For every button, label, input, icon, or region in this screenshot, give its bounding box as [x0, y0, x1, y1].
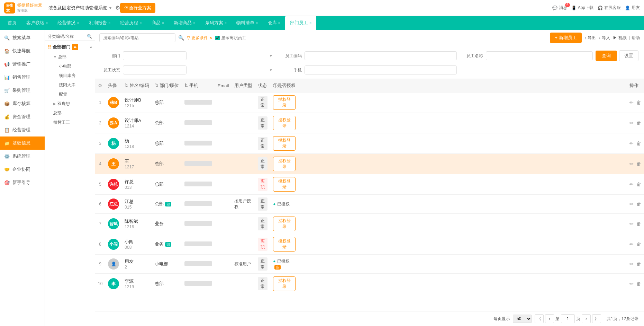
app-download-item[interactable]: 📱 App下载	[571, 5, 593, 11]
filter-empcode-input[interactable]	[305, 51, 457, 60]
close-icon[interactable]: ×	[309, 21, 311, 25]
sidebar-item-basic[interactable]: 📁 基础信息	[0, 136, 45, 150]
close-icon[interactable]: ×	[193, 21, 195, 25]
page-size-select[interactable]: 50 20 100	[513, 315, 532, 323]
sidebar-item-quicknav[interactable]: 🏠 快捷导航	[0, 44, 45, 58]
dept-search-input[interactable]	[48, 34, 87, 39]
import-button[interactable]: ↓ 导入	[599, 35, 610, 41]
first-page-btn[interactable]: 《	[535, 314, 544, 323]
edit-icon[interactable]: ✏	[629, 141, 634, 146]
dept-node-shenyang[interactable]: 沈阳大库	[53, 80, 95, 90]
tab-bom[interactable]: 物料清单 ×	[232, 16, 263, 30]
arrow-down-icon[interactable]: ▼	[108, 6, 112, 10]
page-input[interactable]	[561, 314, 575, 323]
dept-search-icon[interactable]: 🔍	[87, 34, 92, 39]
delete-icon[interactable]: 🗑	[636, 281, 641, 287]
set-button[interactable]: 设置	[619, 50, 638, 61]
tab-profit[interactable]: 利润报告 ×	[84, 16, 115, 30]
filter-empname-input[interactable]	[486, 51, 593, 60]
tab-new-goods[interactable]: 新增商品 ×	[169, 16, 200, 30]
delete-icon[interactable]: 🗑	[636, 161, 641, 167]
tab-home[interactable]: 首页	[3, 16, 21, 30]
edit-icon[interactable]: ✏	[629, 221, 634, 227]
tab-employee[interactable]: 部门员工 ×	[285, 16, 316, 30]
auth-login-button[interactable]: 授权登录	[273, 217, 296, 231]
last-page-btn[interactable]: 》	[592, 314, 601, 323]
collapse-icon[interactable]: «	[90, 45, 92, 49]
delete-icon[interactable]: 🗑	[636, 120, 641, 126]
dept-node-zhishu[interactable]: 植树王三	[48, 118, 95, 127]
col-dept[interactable]: ⇅ 部门/职位	[152, 79, 182, 92]
dept-node-project[interactable]: 项目库房	[53, 71, 95, 80]
delete-icon[interactable]: 🗑	[636, 221, 641, 227]
col-phone[interactable]: ⇅ 手机	[182, 79, 215, 92]
edit-icon[interactable]: ✏	[629, 100, 634, 105]
sidebar-item-marketing[interactable]: 📢 营销推广	[0, 58, 45, 71]
close-icon[interactable]: ×	[225, 21, 227, 25]
auth-login-button[interactable]: 授权登录	[273, 157, 296, 171]
view-button[interactable]: ▶ 视频	[613, 35, 626, 41]
close-icon[interactable]: ×	[162, 21, 164, 25]
filter-button[interactable]: ▽ 更多条件 ∧	[187, 35, 212, 41]
dept-node-peihuo[interactable]: 配货	[53, 90, 95, 99]
edit-icon[interactable]: ✏	[629, 261, 634, 267]
edit-icon[interactable]: ✏	[629, 241, 634, 247]
search-input[interactable]	[99, 33, 175, 42]
delete-icon[interactable]: 🗑	[636, 241, 641, 247]
edit-icon[interactable]: ✏	[629, 201, 634, 207]
sidebar-item-system[interactable]: ⚙️ 系统管理	[0, 150, 45, 163]
delete-icon[interactable]: 🗑	[636, 141, 641, 146]
auth-login-button[interactable]: 授权登录	[273, 95, 296, 110]
auth-login-button[interactable]: 授权登录	[273, 276, 296, 291]
close-icon[interactable]: ×	[46, 21, 48, 25]
show-departed-checkbox[interactable]	[215, 36, 220, 40]
tab-barcode[interactable]: 条码方案 ×	[200, 16, 232, 30]
sidebar-item-finance[interactable]: 💰 资金管理	[0, 110, 45, 123]
col-settings[interactable]: ⚙	[95, 79, 105, 92]
delete-icon[interactable]: 🗑	[636, 182, 641, 187]
sidebar-item-inventory[interactable]: 📦 库存核算	[0, 97, 45, 110]
tab-warehouse[interactable]: 仓库 ×	[263, 16, 285, 30]
user-avatar-item[interactable]: 👤 用友	[625, 5, 640, 11]
add-employee-button[interactable]: + 新增员工	[550, 33, 581, 43]
edit-icon[interactable]: ✏	[629, 182, 634, 187]
sidebar-item-guide[interactable]: 🎯 新手引导	[0, 176, 45, 189]
col-name[interactable]: ⇅ 姓名/编码	[122, 79, 152, 92]
tab-customer[interactable]: 客户联络 ×	[21, 16, 53, 30]
sidebar-item-manage[interactable]: 📋 经营管理	[0, 123, 45, 136]
close-icon[interactable]: ×	[77, 21, 79, 25]
edit-icon[interactable]: ✏	[629, 161, 634, 167]
dept-node-shuanglu[interactable]: ▶ 双鹿想	[48, 99, 95, 108]
tab-goods[interactable]: 商品 ×	[147, 16, 169, 30]
sidebar-item-sales[interactable]: 📊 销售管理	[0, 71, 45, 84]
help-button[interactable]: | 帮助	[629, 35, 640, 41]
delete-icon[interactable]: 🗑	[636, 201, 641, 207]
auth-login-button[interactable]: 授权登录	[273, 237, 296, 252]
edit-icon[interactable]: ✏	[629, 120, 634, 126]
sidebar-item-search[interactable]: 🔍 搜索菜单	[0, 31, 45, 44]
close-icon[interactable]: ×	[139, 21, 142, 25]
auth-login-button[interactable]: 授权登录	[273, 177, 296, 192]
trial-button[interactable]: 体验行业方案	[120, 3, 155, 13]
close-icon[interactable]: ×	[278, 21, 280, 25]
filter-phone-input[interactable]	[305, 65, 457, 74]
dept-node-xiaodianbu[interactable]: 小电部	[53, 62, 95, 71]
tab-history[interactable]: 经营历程 ×	[115, 16, 146, 30]
close-icon[interactable]: ×	[256, 21, 258, 25]
tab-operation[interactable]: 经营情况 ×	[53, 16, 84, 30]
delete-icon[interactable]: 🗑	[636, 100, 641, 105]
show-departed-label[interactable]: 显示离职员工	[215, 35, 246, 41]
delete-icon[interactable]: 🗑	[636, 261, 641, 267]
settings-icon[interactable]: ⚙	[115, 5, 120, 11]
query-button[interactable]: 查询	[596, 51, 617, 61]
sidebar-item-collab[interactable]: 🤝 企业协同	[0, 163, 45, 176]
dept-node-zongbu2[interactable]: 总部	[48, 108, 95, 118]
edit-icon[interactable]: ✏	[629, 281, 634, 287]
close-icon[interactable]: ×	[108, 21, 110, 25]
filter-dept-input[interactable]	[123, 51, 187, 60]
message-icon-item[interactable]: 💬 消息 5	[552, 5, 567, 11]
search-button[interactable]: 🔍	[178, 35, 184, 41]
auth-login-button[interactable]: 授权登录	[273, 136, 296, 151]
online-service-item[interactable]: 🎧 在线客服	[598, 5, 621, 11]
next-page-btn[interactable]: ›	[582, 314, 591, 323]
